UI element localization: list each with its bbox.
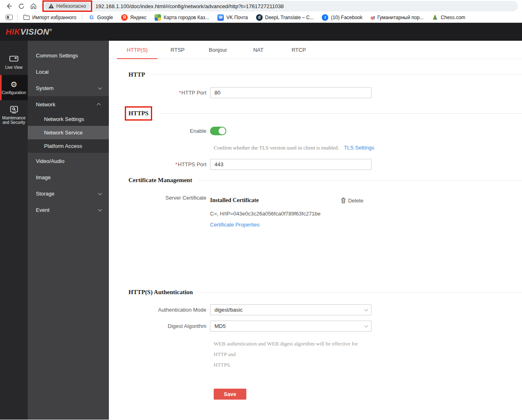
- app-header: HIKVISION®: [0, 23, 522, 41]
- bookmark-facebook[interactable]: f (10) Facebook: [319, 14, 365, 21]
- map-icon: [155, 14, 161, 21]
- section-certificate: Certificate Management: [128, 177, 522, 184]
- certificate-properties-link[interactable]: Certificate Properties: [210, 222, 259, 228]
- authentication-mode-select[interactable]: digest/basic: [210, 304, 372, 315]
- bookmark-map[interactable]: Карта городов Каз...: [152, 14, 212, 21]
- digest-algorithm-value: MD5: [215, 323, 226, 329]
- https-port-label: *HTTPS Port: [109, 161, 210, 167]
- chevron-down-icon: [98, 191, 102, 195]
- bookmark-import[interactable]: Импорт избранного: [21, 15, 79, 20]
- hikvision-logo: HIKVISION®: [6, 27, 52, 37]
- menu-item-image[interactable]: Image: [28, 169, 109, 185]
- certificate-block: Installed Certificate Delete C=, H/IP=04…: [210, 197, 363, 228]
- yandex-icon: Я: [121, 14, 128, 21]
- menu-label: Local: [36, 69, 49, 75]
- security-chip-label: Небезопасно: [56, 3, 86, 9]
- reload-button[interactable]: [16, 1, 26, 11]
- menu-item-network-service[interactable]: Network Service: [28, 126, 109, 139]
- menu-item-storage[interactable]: Storage: [28, 185, 109, 202]
- chevron-down-icon: [98, 207, 102, 211]
- rail-item-label: Maintenance and Security: [1, 116, 27, 125]
- section-certificate-title: Certificate Management: [128, 177, 192, 184]
- bookmark-chess[interactable]: ♟ Chess.com: [429, 14, 468, 21]
- menu-label: Network Service: [44, 130, 83, 136]
- digest-algorithm-select[interactable]: MD5: [210, 321, 372, 332]
- bookmark-vk-mail[interactable]: ✉ VK Почта: [215, 14, 250, 21]
- bookmark-google[interactable]: G Google: [86, 14, 115, 21]
- chess-pawn-icon: ♟: [432, 14, 438, 21]
- nav-rail: Live View ⚙ Configuration Maintenance an…: [0, 41, 28, 420]
- rail-item-maintenance[interactable]: Maintenance and Security: [0, 100, 28, 130]
- qt-icon: qt: [371, 14, 375, 21]
- address-bar[interactable]: Небезопасно 192.168.1.100/doc/index.html…: [41, 1, 518, 11]
- security-chip[interactable]: Небезопасно: [44, 2, 90, 10]
- section-authentication-title: HTTP(S) Authentication: [128, 289, 193, 296]
- divider: [199, 180, 522, 180]
- bookmark-label: Chess.com: [441, 15, 465, 20]
- required-mark: *: [179, 90, 181, 96]
- tab-rtcp[interactable]: RTCP: [279, 41, 319, 59]
- bookmark-label: Google: [97, 15, 113, 20]
- https-port-input[interactable]: [210, 159, 372, 170]
- logo-vision: VISION: [20, 27, 49, 36]
- chevron-up-icon: [97, 103, 101, 107]
- menu-item-event[interactable]: Event: [28, 202, 109, 218]
- menu-item-local[interactable]: Local: [28, 64, 109, 80]
- menu-group-network: Network Network Settings Network Service…: [28, 96, 109, 153]
- authentication-note: WEB authentication and WEB digest algori…: [214, 339, 369, 370]
- config-menu: Common Settings Local System Network Net…: [28, 41, 109, 420]
- bookmark-label: Карта городов Каз...: [164, 15, 209, 20]
- section-http-title: HTTP: [128, 71, 145, 78]
- divider: [17, 14, 18, 21]
- menu-label: Network: [36, 101, 55, 108]
- menu-label: Storage: [36, 191, 55, 197]
- home-button[interactable]: [29, 1, 38, 11]
- divider: [82, 14, 82, 21]
- deepl-icon: d: [256, 14, 263, 21]
- tab-https[interactable]: HTTP(S): [117, 41, 157, 59]
- http-port-input[interactable]: [210, 87, 372, 98]
- menu-item-common-settings[interactable]: Common Settings: [28, 47, 109, 64]
- toggle-knob: [219, 128, 226, 134]
- https-enable-row: Enable: [109, 127, 522, 135]
- tab-bar: HTTP(S) RTSP Bonjour NAT RTCP: [109, 41, 522, 59]
- https-port-row: *HTTPS Port: [109, 159, 522, 170]
- digest-algorithm-label: Digest Algorithm: [109, 323, 210, 329]
- https-enable-toggle[interactable]: [210, 127, 226, 135]
- bookmark-yandex[interactable]: Я Яндекс: [119, 14, 149, 21]
- note-line-1: WEB authentication and WEB digest algori…: [214, 339, 369, 360]
- tls-hint-text: Confirm whether the TLS version used in …: [214, 145, 339, 151]
- rail-item-configuration[interactable]: ⚙ Configuration: [0, 75, 28, 100]
- menu-item-video-audio[interactable]: Video/Audio: [28, 153, 109, 169]
- tab-bonjour[interactable]: Bonjour: [198, 41, 238, 59]
- bookmark-label: (10) Facebook: [331, 15, 362, 20]
- menu-item-network-settings[interactable]: Network Settings: [28, 112, 109, 126]
- required-mark: *: [175, 161, 177, 167]
- url-text: 192.168.1.100/doc/index.html#/config/net…: [95, 3, 284, 9]
- menu-item-system[interactable]: System: [28, 80, 109, 96]
- browser-toolbar: Небезопасно 192.168.1.100/doc/index.html…: [0, 0, 522, 12]
- save-button[interactable]: Save: [214, 389, 246, 400]
- vk-mail-icon: ✉: [217, 14, 224, 21]
- bookmark-humanitarian[interactable]: qt Гуманитарный пор...: [368, 14, 426, 21]
- tab-nat[interactable]: NAT: [238, 41, 279, 59]
- menu-label: Image: [36, 174, 51, 180]
- back-button[interactable]: [4, 1, 14, 11]
- chevron-down-icon: [364, 307, 368, 311]
- rail-item-live-view[interactable]: Live View: [0, 50, 28, 75]
- tab-rtsp[interactable]: RTSP: [157, 41, 198, 59]
- delete-certificate-button[interactable]: Delete: [341, 198, 363, 204]
- maintenance-icon: [10, 106, 18, 114]
- bookmark-deepl[interactable]: d DeepL Translate – C...: [254, 14, 316, 21]
- trash-icon: [341, 198, 346, 203]
- menu-item-platform-access[interactable]: Platform Access: [28, 139, 109, 153]
- https-enable-label: Enable: [109, 128, 210, 134]
- rail-item-label: Configuration: [2, 90, 26, 95]
- certificate-subject: C=, H/IP=043e0c3c26a056fca0f789f63fc271b…: [210, 211, 363, 217]
- side-panel-icon[interactable]: [4, 13, 14, 22]
- google-icon: G: [88, 14, 95, 21]
- menu-item-network[interactable]: Network: [28, 96, 109, 112]
- tls-settings-link[interactable]: TLS Settings: [344, 145, 374, 151]
- bookmark-label: Импорт избранного: [32, 15, 76, 20]
- menu-label: Video/Audio: [36, 158, 64, 164]
